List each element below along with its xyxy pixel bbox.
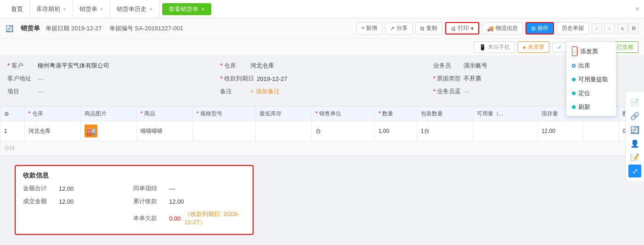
print-button[interactable]: 🖨 打印 ▾: [445, 22, 479, 34]
col-image: 商品图片: [80, 107, 136, 121]
dropdown-locate[interactable]: 定位: [566, 86, 616, 100]
not-opened-button[interactable]: ● 未开票: [518, 41, 549, 53]
table-row: 1 河北仓库 🏭 嘻嘻嘻嘻 台 1.00 1台 12.00: [0, 121, 644, 141]
cumulative-row: 累计收款 12.00: [133, 197, 243, 205]
add-invoice-label: 添发票: [580, 47, 598, 56]
status-bar: 📱 来自手机 ● 未开票 ✓ ✓ 已核销 ✓ 已生效: [0, 39, 644, 56]
transaction-label: 成交金额: [23, 197, 55, 205]
sidebar-expand-icon[interactable]: ⤢: [628, 165, 641, 177]
subtotal-row: 小计: [0, 141, 644, 156]
close-icon[interactable]: ×: [201, 6, 205, 12]
copy-button[interactable]: ⧉ 复制: [415, 22, 442, 34]
close-icon[interactable]: ×: [63, 6, 66, 12]
confirmed-button[interactable]: ✓: [552, 42, 567, 52]
close-icon[interactable]: ×: [100, 6, 103, 12]
tab-home-label: 首页: [11, 5, 23, 13]
tab-view-sales[interactable]: 查看销货单 ×: [162, 3, 211, 15]
address-label: 客户地址: [7, 74, 35, 83]
project-field: 项目 —: [7, 87, 211, 96]
project-label: 项目: [7, 87, 35, 96]
sales-table: ⚙ 仓库 商品图片 商品 规格型号 最低库存 销售单位 数量 包装数量 可用量（…: [0, 106, 644, 156]
col-unit: 销售单位: [311, 107, 374, 121]
tab-sales-label: 销货单: [79, 5, 97, 13]
radio-icon: [572, 64, 576, 68]
tab-view-sales-label: 查看销货单: [169, 5, 198, 13]
refresh-icon: [572, 105, 576, 109]
due-date-value: 2019-12-27: [257, 75, 288, 82]
cell-stock: 12.00: [537, 121, 583, 141]
locate-label: 定位: [578, 89, 590, 97]
share-button[interactable]: ↗ 分享: [385, 22, 412, 34]
product-icon: 🏭: [86, 127, 96, 136]
customer-value: 柳州粤港平安气体有限公司: [38, 62, 109, 70]
cell-no: 1: [0, 121, 25, 141]
sidebar-doc-icon[interactable]: 📄: [628, 96, 641, 108]
window-close-button[interactable]: ×: [635, 5, 639, 13]
cell-price: [583, 121, 619, 141]
tab-inventory-label: 库存期初: [36, 5, 60, 13]
dropdown-add-invoice[interactable]: □ 添发票: [566, 44, 616, 59]
tab-sales-history[interactable]: 销货单历史 ×: [110, 0, 159, 18]
due-note: （收款到期日: 2019-12-27）: [184, 210, 243, 227]
refresh-label: 刷新: [578, 103, 590, 111]
sidebar-link-icon[interactable]: 🔗: [628, 109, 641, 122]
total-label: 金额合计: [23, 184, 55, 193]
add-remark-button[interactable]: + 添加备注: [250, 87, 279, 96]
grid-view-icon[interactable]: ⊞: [628, 23, 638, 34]
arrears-row: 本单欠款 0.00 （收款到期日: 2019-12-27）: [133, 210, 243, 227]
due-date-label: 收款到期日: [220, 74, 254, 83]
doc-date-value: 2019-12-27: [71, 25, 102, 32]
logistics-icon: 🚚: [487, 25, 494, 32]
prev-record-button[interactable]: ‹: [592, 23, 602, 34]
cell-spec: [192, 121, 255, 141]
ticket-label: 票据类型: [433, 74, 461, 83]
salesperson-label: 业务员孟: [433, 87, 461, 96]
close-icon[interactable]: ×: [149, 6, 153, 12]
col-gear: ⚙: [0, 107, 25, 121]
doc-header: 🔄 销货单 单据日期 2019-12-27 单据编号 SA-20191227-0…: [0, 18, 644, 39]
tab-home[interactable]: 首页: [5, 0, 30, 18]
history-button[interactable]: 历史单据: [557, 22, 589, 34]
transaction-row: 成交金额 12.00: [23, 197, 133, 205]
warehouse-label: 仓库: [220, 62, 248, 70]
ticket-icon: ●: [523, 44, 526, 51]
sidebar-user-icon[interactable]: 👤: [628, 137, 641, 150]
doc-meta: 单据日期 2019-12-27 单据编号 SA-20191227-001: [45, 24, 183, 33]
form-row-2: 客户地址 — 收款到期日 2019-12-27 票据类型 不开票: [7, 74, 637, 83]
dropdown-outbound[interactable]: 出库: [566, 59, 616, 73]
payment-title: 收款信息: [23, 171, 245, 180]
arrears-label: 本单欠款: [133, 214, 165, 222]
total-row: 金额合计 12.00: [23, 184, 133, 193]
operations-button[interactable]: ⊞ 操作: [525, 22, 554, 34]
dropdown-arrow-icon: ▾: [471, 25, 474, 32]
col-spec: 规格型号: [192, 107, 255, 121]
dropdown-available-qty[interactable]: 可用量提取: [566, 73, 616, 86]
phone-icon: 📱: [479, 44, 486, 51]
cumulative-label: 累计收款: [133, 197, 165, 205]
same-order-row: 同单现结 —: [133, 184, 243, 193]
warehouse-field: 仓库 河北仓库: [220, 62, 424, 70]
list-view-icon[interactable]: ≡: [617, 23, 627, 34]
share-icon: ↗: [390, 25, 395, 32]
dropdown-refresh[interactable]: 刷新: [566, 100, 616, 114]
doc-number-value: SA-20191227-001: [135, 25, 184, 32]
new-button[interactable]: + 新增: [356, 22, 382, 34]
tab-inventory[interactable]: 库存期初 ×: [30, 0, 73, 18]
table-section: ⚙ 仓库 商品图片 商品 规格型号 最低库存 销售单位 数量 包装数量 可用量（…: [0, 106, 644, 156]
customer-field: 客户 柳州粤港平安气体有限公司: [7, 62, 211, 70]
subtotal-label: 小计: [0, 141, 644, 156]
sidebar-note-icon[interactable]: 📝: [628, 151, 641, 164]
remark-label: 备注: [220, 87, 248, 96]
payment-wrapper: 收款信息 金额合计 12.00 同单现结 — 成交金额 12.00 累计收款 1…: [0, 156, 644, 244]
next-record-button[interactable]: ›: [604, 23, 615, 34]
tab-sales[interactable]: 销货单 ×: [73, 0, 110, 18]
from-phone-button[interactable]: 📱 来自手机: [474, 41, 515, 53]
warehouse-value: 河北仓库: [250, 62, 274, 70]
table-header-row: ⚙ 仓库 商品图片 商品 规格型号 最低库存 销售单位 数量 包装数量 可用量（…: [0, 107, 644, 121]
ticket-value: 不开票: [463, 74, 481, 83]
staff-label: 业务员: [433, 62, 461, 70]
col-product: 商品: [136, 107, 192, 121]
cell-qty: 1.00: [374, 121, 417, 141]
sidebar-refresh-icon[interactable]: 🔄: [628, 123, 641, 136]
logistics-button[interactable]: 🚚 物流信息: [482, 22, 523, 34]
